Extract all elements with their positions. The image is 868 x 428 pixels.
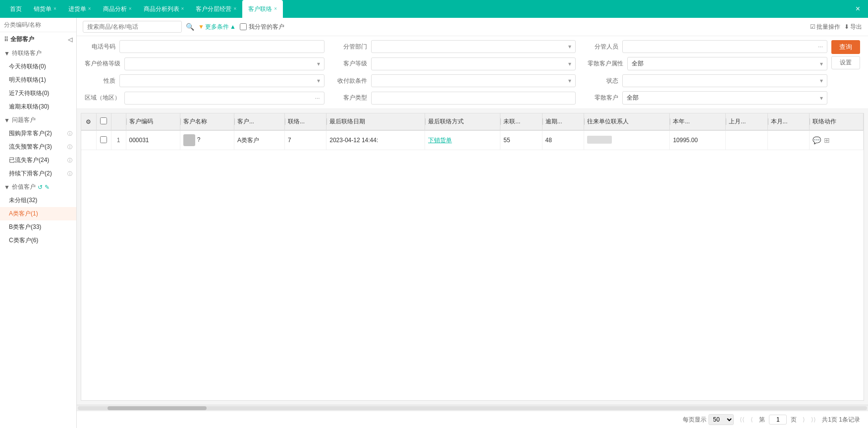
info-icon[interactable]: ⓘ [67, 130, 72, 137]
th-gear[interactable]: ⚙ [81, 113, 96, 130]
sidebar-section-title-pending[interactable]: ▼ 待联络客户 [0, 47, 76, 60]
refresh-icon[interactable]: ↺ [38, 184, 43, 191]
page-input[interactable] [769, 415, 787, 425]
status-dropdown[interactable]: ▾ [622, 74, 827, 87]
nav-sales-order[interactable]: 销货单 × [28, 0, 62, 18]
th-name[interactable]: 客户名称 [180, 113, 234, 130]
th-last-contact-method[interactable]: 最后联络方式 [425, 113, 500, 130]
th-contacts[interactable]: 联络... [285, 113, 326, 130]
dept-dropdown[interactable]: ▾ [371, 40, 576, 53]
my-customers-checkbox[interactable] [240, 23, 247, 30]
td-overdue: 48 [542, 130, 584, 150]
sidebar-all-customers[interactable]: ⠿ 全部客户 ◁ [0, 32, 76, 47]
sidebar-search-input[interactable] [4, 21, 77, 28]
last-page-btn[interactable]: ⟩⟩ [809, 415, 818, 424]
th-overdue[interactable]: 逾期... [542, 113, 584, 130]
action-icon-1[interactable]: 💬 [813, 136, 821, 144]
th-checkbox[interactable] [96, 113, 111, 130]
td-contacts: 7 [285, 130, 326, 150]
sidebar-item-7days[interactable]: 近7天待联络(0) [0, 87, 76, 100]
th-not-contacted[interactable]: 未联... [500, 113, 542, 130]
sidebar-item-declining[interactable]: 持续下滑客户(2) ⓘ [0, 167, 76, 180]
nav-customer-contact[interactable]: 客户联络 × [242, 0, 283, 18]
sidebar-item-unclassified[interactable]: 未分组(32) [0, 194, 76, 207]
sidebar-item-class-a[interactable]: A类客户(1) [0, 207, 76, 220]
batch-op-btn[interactable]: ☑ 批量操作 [810, 23, 840, 31]
first-page-btn[interactable]: ⟨⟨ [738, 415, 747, 424]
sidebar-item-today[interactable]: 今天待联络(0) [0, 60, 76, 73]
nature-dropdown[interactable]: ▾ [119, 74, 325, 87]
dots-icon: ··· [818, 43, 823, 50]
nav-home[interactable]: 首页 [4, 0, 28, 18]
search-input[interactable] [83, 21, 182, 33]
close-customer-segmentation[interactable]: × [233, 0, 236, 18]
sidebar-item-overdue[interactable]: 逾期未联络(30) [0, 100, 76, 113]
region-dots[interactable]: ··· [124, 92, 325, 105]
sidebar-item-tomorrow[interactable]: 明天待联络(1) [0, 73, 76, 87]
export-btn[interactable]: ⬇ 导出 [844, 23, 862, 31]
th-this-year[interactable]: 本年... [670, 113, 726, 130]
sidebar-section-title-value[interactable]: ▼ 价值客户 ↺ ✎ [0, 180, 76, 194]
select-all-checkbox[interactable] [100, 117, 107, 124]
th-code[interactable]: 客户编码 [126, 113, 180, 130]
th-last-month[interactable]: 上月... [726, 113, 767, 130]
next-page-btn[interactable]: ⟩ [801, 415, 807, 424]
sidebar-collapse-btn[interactable]: ◁ [68, 36, 72, 43]
per-page-select[interactable]: 50 20 100 [708, 414, 734, 425]
info-icon-2[interactable]: ⓘ [67, 144, 72, 151]
dropdown-arrow-icon-2: ▾ [317, 60, 320, 67]
customer-level-dropdown[interactable]: ▾ [371, 57, 576, 70]
td-not-contacted: 55 [500, 130, 542, 150]
info-icon-3[interactable]: ⓘ [67, 157, 72, 164]
th-related-contact[interactable]: 往来单位联系人 [584, 113, 670, 130]
payment-dropdown[interactable]: ▾ [371, 74, 576, 87]
arrow-down-icon-3: ▼ [4, 184, 10, 191]
th-customer-type[interactable]: 客户... [234, 113, 284, 130]
retail-attr-dropdown[interactable]: 全部 ▾ [627, 57, 827, 70]
td-last-contact-method: 下销货单 [425, 130, 500, 150]
prev-page-btn[interactable]: ⟨ [749, 415, 755, 424]
related-contact-placeholder [587, 136, 612, 144]
nav-product-analysis-list[interactable]: 商品分析列表 × [138, 0, 190, 18]
close-sales-order[interactable]: × [54, 0, 56, 18]
query-btn[interactable]: 查询 [831, 40, 860, 54]
sidebar-item-class-b[interactable]: B类客户(33) [0, 220, 76, 234]
search-btn[interactable]: 🔍 [186, 23, 194, 31]
h-scrollbar[interactable] [77, 405, 868, 411]
info-icon-4[interactable]: ⓘ [67, 170, 72, 177]
close-product-analysis-list[interactable]: × [181, 0, 184, 18]
sidebar-item-class-c[interactable]: C类客户(6) [0, 234, 76, 247]
th-action: 联络动作 [809, 113, 863, 130]
person-dots[interactable]: ··· [622, 40, 827, 53]
per-page: 每页显示 50 20 100 [683, 414, 734, 425]
more-filter-btn[interactable]: ▼ 更多条件 ▲ [198, 23, 236, 31]
nav-product-analysis[interactable]: 商品分析 × [97, 0, 138, 18]
edit-icon[interactable]: ✎ [45, 184, 50, 191]
phone-input[interactable] [119, 40, 325, 53]
customer-type-input[interactable] [371, 92, 576, 105]
nav-purchase-order[interactable]: 进货单 × [62, 0, 97, 18]
th-last-contact-date[interactable]: 最后联络日期 [326, 113, 425, 130]
setting-btn[interactable]: 设置 [831, 56, 860, 69]
close-product-analysis[interactable]: × [129, 0, 132, 18]
h-scroll-thumb[interactable] [108, 406, 207, 410]
dropdown-arrow-icon-3: ▾ [568, 60, 571, 67]
close-customer-contact[interactable]: × [274, 0, 277, 18]
sidebar-item-lost[interactable]: 已流失客户(24) ⓘ [0, 154, 76, 167]
retail-customer-dropdown[interactable]: 全部 ▾ [622, 91, 827, 105]
window-close-btn[interactable]: × [852, 4, 864, 13]
nav-customer-segmentation[interactable]: 客户分层经营 × [190, 0, 242, 18]
th-this-month[interactable]: 本月... [767, 113, 809, 130]
my-customers-checkbox-label[interactable]: 我分管的客户 [240, 23, 284, 31]
row-checkbox[interactable] [100, 136, 107, 143]
td-checkbox[interactable] [96, 130, 111, 150]
price-level-dropdown[interactable]: ▾ [124, 57, 325, 70]
sidebar-item-loss-warning[interactable]: 流失预警客户(3) ⓘ [0, 140, 76, 154]
td-related-contact [584, 130, 670, 150]
action-icon-2[interactable]: ⊞ [824, 136, 830, 144]
last-contact-link[interactable]: 下销货单 [428, 137, 452, 144]
sidebar-item-hoard-abnormal[interactable]: 囤购异常客户(2) ⓘ [0, 127, 76, 140]
arrow-down-icon-2: ▼ [4, 117, 10, 124]
close-purchase-order[interactable]: × [88, 0, 91, 18]
sidebar-section-title-problem[interactable]: ▼ 问题客户 [0, 113, 76, 127]
